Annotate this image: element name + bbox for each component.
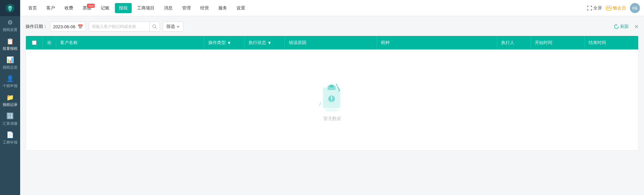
filter-label: 筛选 — [166, 24, 175, 30]
svg-rect-10 — [331, 101, 332, 102]
chevron-down-icon — [176, 25, 180, 28]
data-table: 客户名称 操作类型 ▼ 执行状态 ▼ 错误原因 税种 执行人 — [26, 36, 639, 151]
date-label: 操作日期： — [26, 24, 47, 30]
nav-ops[interactable]: 经营 — [196, 3, 213, 13]
nav-invoice[interactable]: 票据 new — [79, 3, 95, 13]
svg-line-14 — [319, 102, 321, 106]
close-button[interactable]: ✕ — [634, 24, 639, 30]
th-executor: 执行人 — [497, 36, 531, 49]
nav-billing[interactable]: 收费 — [60, 3, 77, 13]
main-area: 首页 客户 收费 票据 new 记账 报税 工商项目 消息 管理 经营 服务 设… — [20, 0, 644, 195]
filter-button[interactable]: 筛选 — [163, 22, 183, 32]
nav-messages[interactable]: 消息 — [160, 3, 177, 13]
nav-service[interactable]: 服务 — [214, 3, 231, 13]
table-body: 暂无数据 — [26, 49, 638, 150]
vip-icon — [606, 6, 611, 10]
nav-business[interactable]: 工商项目 — [133, 3, 159, 13]
svg-rect-9 — [331, 96, 332, 100]
batch-tax-icon: 📋 — [6, 38, 14, 45]
svg-rect-7 — [330, 85, 334, 87]
sidebar-item-tax-overview[interactable]: 📊 报税总览 — [0, 53, 20, 72]
toolbar: 操作日期： 2023-06-06 📅 筛选 — [26, 22, 639, 32]
nav-tax[interactable]: 报税 — [115, 3, 132, 13]
nav-items: 首页 客户 收费 票据 new 记账 报税 工商项目 消息 管理 经营 服务 设… — [24, 3, 587, 13]
user-avatar[interactable]: CE — [630, 3, 640, 13]
th-start-time: 开始时间 — [531, 36, 585, 49]
tax-overview-icon: 📊 — [6, 56, 14, 64]
th-op-type: 操作类型 ▼ — [204, 36, 245, 49]
calendar-icon: 📅 — [78, 24, 83, 29]
svg-point-13 — [324, 109, 339, 112]
vip-button[interactable]: 畅会员 — [606, 5, 626, 11]
th-end-time: 结束时间 — [585, 36, 638, 49]
tax-records-icon: 📁 — [6, 94, 14, 102]
empty-svg — [315, 78, 349, 112]
sidebar-item-batch-tax[interactable]: 📋 批量报税 — [0, 35, 20, 54]
column-settings-icon[interactable] — [47, 40, 52, 45]
refresh-label: 刷新 — [620, 24, 629, 30]
content-area: 操作日期： 2023-06-06 📅 筛选 — [20, 16, 644, 195]
table-header: 客户名称 操作类型 ▼ 执行状态 ▼ 错误原因 税种 执行人 — [26, 36, 638, 49]
select-all-checkbox[interactable] — [32, 40, 37, 45]
sidebar-item-personal-tax[interactable]: 👤 个税申报 — [0, 72, 20, 91]
search-input[interactable] — [89, 23, 149, 30]
personal-tax-icon: 👤 — [6, 75, 14, 83]
search-box — [89, 22, 160, 32]
fullscreen-icon — [587, 6, 592, 10]
annual-report-icon: 📄 — [6, 131, 14, 139]
top-navigation: 首页 客户 收费 票据 new 记账 报税 工商项目 消息 管理 经营 服务 设… — [20, 0, 644, 16]
sidebar-item-tax-settings[interactable]: ⚙ 报税设置 — [0, 16, 20, 35]
refresh-icon — [614, 24, 619, 29]
nav-home[interactable]: 首页 — [24, 3, 41, 13]
fullscreen-button[interactable]: 全屏 — [587, 5, 602, 11]
op-type-sort-icon: ▼ — [227, 40, 231, 45]
sidebar-item-tax-records[interactable]: 📁 报税记录 — [0, 91, 20, 110]
th-tax-type: 税种 — [377, 36, 497, 49]
empty-state: 暂无数据 — [302, 65, 362, 135]
search-icon — [152, 24, 157, 29]
th-exec-status: 执行状态 ▼ — [245, 36, 285, 49]
date-picker[interactable]: 2023-06-06 📅 — [50, 22, 86, 32]
new-badge: new — [87, 4, 95, 8]
nav-settings[interactable]: 设置 — [232, 3, 249, 13]
empty-text: 暂无数据 — [324, 116, 341, 122]
search-button[interactable] — [149, 22, 160, 32]
nav-clients[interactable]: 客户 — [42, 3, 59, 13]
sidebar-item-calc-clear[interactable]: 🔢 汇算清缴 — [0, 110, 20, 128]
topnav-right: 全屏 畅会员 CE — [587, 3, 640, 13]
calc-clear-icon: 🔢 — [6, 112, 14, 120]
empty-illustration — [315, 78, 349, 112]
sidebar-logo — [0, 0, 20, 16]
date-value: 2023-06-06 — [53, 24, 76, 29]
th-checkbox — [26, 36, 43, 49]
svg-point-3 — [48, 42, 50, 44]
sidebar-item-annual-report[interactable]: 📄 工商年报 — [0, 128, 20, 147]
th-error-reason: 错误原因 — [285, 36, 377, 49]
th-settings — [43, 36, 56, 49]
th-name: 客户名称 — [56, 36, 204, 49]
nav-accounting[interactable]: 记账 — [97, 3, 114, 13]
sidebar: ⚙ 报税设置 📋 批量报税 📊 报税总览 👤 个税申报 📁 报税记录 🔢 汇算清… — [0, 0, 20, 195]
nav-manage[interactable]: 管理 — [178, 3, 195, 13]
tax-settings-icon: ⚙ — [7, 19, 13, 27]
refresh-button[interactable]: 刷新 — [614, 24, 629, 30]
exec-status-sort-icon: ▼ — [267, 40, 272, 45]
